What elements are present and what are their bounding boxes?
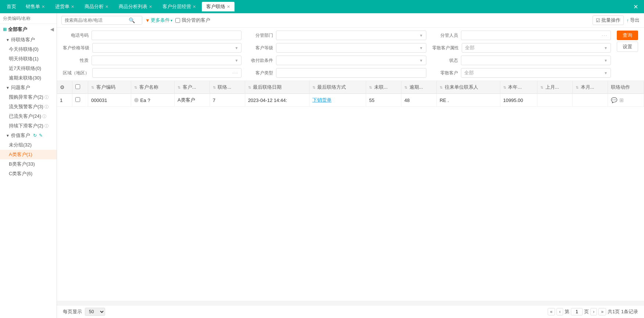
sidebar-item-tomorrow[interactable]: 明天待联络(1) <box>0 54 57 64</box>
sidebar-item-a-class[interactable]: A类客户(1) <box>0 150 57 159</box>
nav-tab-analysis[interactable]: 商品分析 ✕ <box>80 2 113 11</box>
next-page-btn[interactable]: › <box>590 308 597 315</box>
close-contact-tab[interactable]: ✕ <box>227 4 230 9</box>
customer-type-field: 客户类型 <box>247 68 426 78</box>
row-last-way[interactable]: 下销货单 <box>309 94 366 107</box>
refresh-icon[interactable]: ↻ <box>33 133 37 138</box>
col-this-year[interactable]: ⇅ 本年... <box>500 81 537 94</box>
more-filters-btn[interactable]: ▼ 更多条件 ▾ <box>145 17 172 24</box>
nav-tab-analysis-list[interactable]: 商品分析列表 ✕ <box>114 2 157 11</box>
group-pending-contact[interactable]: ▼ 待联络客户 <box>0 35 57 45</box>
phone-input[interactable] <box>92 31 242 40</box>
per-page-select[interactable]: 50 100 <box>85 308 105 316</box>
col-last-way[interactable]: ⇅ 最后联络方式 <box>309 81 366 94</box>
sidebar: 🔍 ⊞ 全部客户 ◀ ▼ 待联络客户 今天待联络(0) 明天待联络(1) 近7天… <box>0 13 57 318</box>
sidebar-item-churned[interactable]: 已流失客户(24) ⓘ <box>0 112 57 121</box>
edit-icon[interactable]: ✎ <box>39 133 43 138</box>
customer-type-label: 客户类型 <box>247 70 273 76</box>
nav-home[interactable]: 首页 <box>3 2 20 11</box>
col-this-month[interactable]: ⇅ 本月... <box>572 81 608 94</box>
my-customers-check[interactable] <box>175 18 180 23</box>
sidebar-item-ungrouped[interactable]: 未分组(32) <box>0 140 57 150</box>
sidebar-item-b-class[interactable]: B类客户(33) <box>0 159 57 169</box>
close-analysis-tab[interactable]: ✕ <box>105 4 108 9</box>
sidebar-item-overdue[interactable]: 逾期未联络(30) <box>0 73 57 83</box>
region-label: 区域（地区） <box>63 70 89 76</box>
sidebar-item-hoard[interactable]: 囤购异常客户(2) ⓘ <box>0 92 57 102</box>
settings-button[interactable]: 设置 <box>617 42 638 52</box>
col-overdue[interactable]: ⇅ 逾期... <box>401 81 437 94</box>
search-icon[interactable]: 🔍 <box>129 17 135 23</box>
gear-icon[interactable]: ⚙ <box>60 84 65 90</box>
col-customer-type[interactable]: ⇅ 客户... <box>174 81 210 94</box>
main-search-input[interactable] <box>65 18 127 23</box>
retail-attr-arrow-icon: ▼ <box>604 46 608 50</box>
manager-input[interactable]: ··· <box>461 31 611 40</box>
col-code[interactable]: ⇅ 客户编码 <box>88 81 131 94</box>
retail-attr-dropdown[interactable]: 全部 ▼ <box>462 43 611 53</box>
nav-tab-contact[interactable]: 客户联络 ✕ <box>202 2 235 11</box>
sidebar-item-today[interactable]: 今天待联络(0) <box>0 45 57 54</box>
col-gear[interactable]: ⚙ <box>57 81 72 94</box>
page-navigation: « ‹ 第 页 › » 共1页 1条记录 <box>548 308 638 315</box>
price-grade-field: 客户价格等级 ▼ <box>63 43 242 53</box>
customer-grade-dropdown[interactable]: ▼ <box>276 43 426 53</box>
customer-type-input[interactable] <box>276 68 426 78</box>
sidebar-item-7days[interactable]: 近7天待联络(0) <box>0 64 57 73</box>
collapse-sidebar-btn[interactable]: ◀ <box>50 27 54 32</box>
nature-dropdown[interactable]: ▼ <box>92 56 242 65</box>
customer-grade-arrow-icon: ▼ <box>419 46 423 50</box>
query-button[interactable]: 查询 <box>617 31 638 40</box>
last-page-btn[interactable]: » <box>598 308 606 315</box>
col-last-date[interactable]: ⇅ 最后联络日期 <box>245 81 309 94</box>
row-checkbox[interactable] <box>75 97 80 102</box>
advanced-filter: 电话号码 分管部门 ▼ 分管人员 <box>57 28 644 81</box>
close-sales-tab[interactable]: ✕ <box>42 4 45 9</box>
current-page-input[interactable] <box>571 308 583 315</box>
group-value-customers[interactable]: ▼ 价值客户 ↻ ✎ <box>0 131 57 140</box>
col-checkbox[interactable] <box>72 81 88 94</box>
my-customers-checkbox[interactable]: 我分管的客户 <box>175 17 210 24</box>
sidebar-item-declining[interactable]: 持续下滑客户(2) ⓘ <box>0 121 57 131</box>
row-last-date: 2023-04-12 14:44: <box>245 94 309 107</box>
prev-page-btn[interactable]: ‹ <box>557 308 563 315</box>
sidebar-item-c-class[interactable]: C类客户(6) <box>0 169 57 179</box>
row-contacts: RE . <box>436 94 500 107</box>
col-type-sort-icon: ⇅ <box>178 85 180 89</box>
all-customers-header[interactable]: ⊞ 全部客户 ◀ <box>0 24 57 35</box>
batch-operation-btn[interactable]: ☑ 批量操作 <box>593 15 624 25</box>
nature-arrow-icon: ▼ <box>235 59 238 63</box>
col-uncontacted[interactable]: ⇅ 未联... <box>366 81 401 94</box>
chat-icon[interactable]: 💬 <box>611 97 617 103</box>
nature-label: 性质 <box>63 57 89 64</box>
close-app-button[interactable]: ✕ <box>630 3 641 10</box>
col-contact-count[interactable]: ⇅ 联络... <box>210 81 245 94</box>
export-btn[interactable]: ↑ 导出 <box>627 17 640 24</box>
col-name[interactable]: ⇅ 客户名称 <box>131 81 174 94</box>
group-problem-customers[interactable]: ▼ 问题客户 <box>0 83 57 92</box>
select-all-checkbox[interactable] <box>75 84 80 89</box>
nav-tab-purchase[interactable]: 进货单 ✕ <box>51 2 79 11</box>
nav-tab-segment[interactable]: 客户分层经营 ✕ <box>158 2 200 11</box>
qr-icon[interactable]: ⊞ <box>619 97 624 103</box>
sidebar-item-churn-warning[interactable]: 流失预警客户(3) ⓘ <box>0 102 57 112</box>
payment-dropdown[interactable]: ▼ <box>276 56 426 65</box>
first-page-btn[interactable]: « <box>548 308 555 315</box>
col-lmonth-sort-icon: ⇅ <box>540 85 543 89</box>
close-purchase-tab[interactable]: ✕ <box>71 4 74 9</box>
status-dropdown[interactable]: ▼ <box>461 56 611 65</box>
nav-tab-sales[interactable]: 销售单 ✕ <box>21 2 49 11</box>
sidebar-search-input[interactable] <box>3 16 57 21</box>
contact-way-link[interactable]: 下销货单 <box>312 97 332 103</box>
col-last-month[interactable]: ⇅ 上月... <box>537 81 573 94</box>
price-grade-arrow-icon: ▼ <box>235 46 238 50</box>
row-checkbox-cell[interactable] <box>72 94 88 107</box>
close-segment-tab[interactable]: ✕ <box>193 4 196 9</box>
close-analysis-list-tab[interactable]: ✕ <box>149 4 152 9</box>
region-input[interactable]: ··· <box>92 68 242 78</box>
dept-dropdown[interactable]: ▼ <box>276 31 426 40</box>
horizontal-scrollbar[interactable] <box>57 301 644 305</box>
retail-customer-dropdown[interactable]: 全部 ▼ <box>461 68 611 78</box>
price-grade-dropdown[interactable]: ▼ <box>92 43 242 53</box>
col-contacts[interactable]: ⇅ 往来单位联系人 <box>436 81 500 94</box>
